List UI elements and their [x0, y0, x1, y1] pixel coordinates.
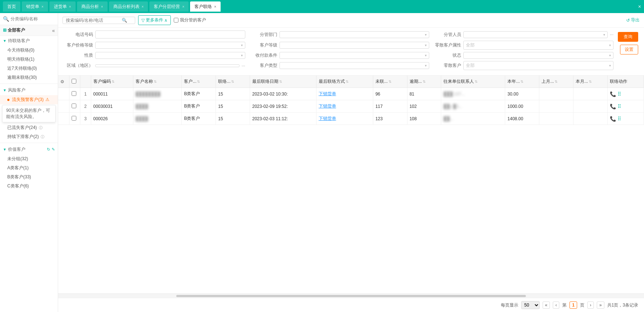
- row1-more-icon[interactable]: ⠿: [617, 91, 621, 97]
- row1-phone-icon[interactable]: 📞: [610, 91, 616, 97]
- select-all-checkbox[interactable]: [72, 79, 76, 84]
- edit-icon[interactable]: ✎: [52, 147, 55, 152]
- tab-product-analysis[interactable]: 商品分析 ×: [77, 1, 108, 12]
- sparse-select[interactable]: 全部▾: [463, 61, 613, 70]
- sort-icon-unit-contact: ⇅: [475, 80, 478, 84]
- sidebar-item-ungrouped[interactable]: 未分组(32): [0, 154, 58, 163]
- horizontal-scrollbar[interactable]: [58, 293, 644, 298]
- tab-customer-link-close[interactable]: ×: [214, 5, 216, 9]
- row1-last-method[interactable]: 下销货单: [316, 88, 373, 100]
- search-button-icon[interactable]: 🔍: [122, 18, 127, 23]
- prev-page-button[interactable]: ‹: [553, 301, 559, 309]
- price-grade-select[interactable]: ▾: [95, 42, 245, 49]
- region-select[interactable]: [95, 64, 240, 67]
- tab-customer-tier-close[interactable]: ×: [182, 5, 184, 9]
- dept-select[interactable]: ▾: [279, 31, 430, 38]
- sidebar-item-overdue[interactable]: 逾期未联络(30): [0, 73, 58, 82]
- col-last-month[interactable]: 上月...⇅: [539, 76, 573, 88]
- col-unit-contact[interactable]: 往来单位联系人⇅: [441, 76, 505, 88]
- col-type[interactable]: 客户...⇅: [182, 76, 216, 88]
- refresh-icon[interactable]: ↻: [47, 147, 50, 152]
- tab-sales-close[interactable]: ×: [41, 5, 44, 9]
- row1-last-method-link[interactable]: 下销货单: [319, 91, 336, 96]
- col-type-label: 客户...: [184, 78, 196, 85]
- settings-button[interactable]: 设置: [620, 45, 638, 54]
- payment-select[interactable]: ▾: [279, 52, 430, 59]
- table-settings-icon[interactable]: ⚙: [60, 79, 64, 84]
- export-button[interactable]: ↺ 导出: [626, 17, 640, 23]
- sidebar-group-value[interactable]: ▼ 价值客户 ↻ ✎: [0, 145, 58, 154]
- row2-last-method-link[interactable]: 下销货单: [319, 104, 336, 109]
- sort-icon-type: ⇅: [197, 80, 200, 84]
- per-page-select[interactable]: 50 20 100: [521, 301, 540, 309]
- query-button[interactable]: 查询: [618, 32, 638, 42]
- col-last-method[interactable]: 最后联络方式⇅: [316, 76, 373, 88]
- adv-filter-row-3: 性质 ▾ 收付款条件 ▾ 状态: [64, 52, 613, 59]
- col-this-year[interactable]: 本年...⇅: [505, 76, 539, 88]
- search-input[interactable]: [66, 18, 120, 23]
- row2-last-method[interactable]: 下销货单: [316, 100, 373, 113]
- tab-purchase[interactable]: 进货单 ×: [49, 1, 76, 12]
- sidebar-all-customers[interactable]: ⊞ 全部客户 «: [0, 25, 58, 36]
- tab-home[interactable]: 首页: [3, 1, 20, 12]
- row2-overdue: 102: [407, 100, 441, 113]
- col-name[interactable]: 客户名称⇅: [133, 76, 182, 88]
- sidebar-item-declining[interactable]: 持续下滑客户(2) ⓘ: [0, 132, 58, 141]
- first-page-button[interactable]: «: [543, 301, 550, 309]
- last-page-button[interactable]: »: [597, 301, 604, 309]
- col-overdue[interactable]: 逾期...⇅: [407, 76, 441, 88]
- sidebar-item-class-a[interactable]: A类客户(1): [0, 163, 58, 173]
- row3-select[interactable]: [72, 116, 76, 121]
- tab-product-list-close[interactable]: ×: [142, 5, 144, 9]
- customer-type-select[interactable]: ▾: [279, 62, 430, 69]
- sidebar-item-class-c[interactable]: C类客户(6): [0, 182, 58, 191]
- tab-customer-tier[interactable]: 客户分层经营 ×: [149, 1, 189, 12]
- row2-select[interactable]: [72, 104, 76, 108]
- tab-purchase-close[interactable]: ×: [69, 5, 71, 9]
- sidebar-group-risk[interactable]: ▼ 风险客户: [0, 85, 58, 95]
- person-select[interactable]: ▾: [463, 31, 608, 38]
- tab-product-analysis-close[interactable]: ×: [101, 5, 103, 9]
- col-this-month[interactable]: 本月...⇅: [573, 76, 607, 88]
- sidebar-item-churned[interactable]: 已流失客户(24) ⓘ: [0, 123, 58, 132]
- col-last-date[interactable]: 最后联络日期⇅: [250, 76, 316, 88]
- col-code[interactable]: 客户编码⇅: [91, 76, 133, 88]
- sort-icon-not-contacted: ⇅: [389, 80, 391, 84]
- row3-phone-icon[interactable]: 📞: [610, 116, 616, 122]
- sidebar-item-today[interactable]: 今天待联络(0): [0, 46, 58, 55]
- sidebar-search-input[interactable]: [11, 16, 58, 21]
- scrollbar-thumb[interactable]: [176, 295, 526, 297]
- sidebar-item-tomorrow[interactable]: 明天待联络(1): [0, 55, 58, 64]
- sparse-attr-select[interactable]: 全部▾: [463, 41, 613, 50]
- phone-input[interactable]: [95, 31, 245, 39]
- sidebar-collapse-button[interactable]: «: [52, 28, 55, 33]
- tab-sales[interactable]: 销货单 ×: [22, 1, 48, 12]
- more-dots-region[interactable]: ···: [242, 63, 245, 68]
- row3-last-method[interactable]: 下销货单: [316, 113, 373, 125]
- filter-icon: ▽: [141, 18, 145, 23]
- status-select[interactable]: ▾: [463, 52, 613, 59]
- customer-grade-select[interactable]: ▾: [279, 42, 430, 49]
- col-contact[interactable]: 联络...⇅: [216, 76, 250, 88]
- tab-home-label: 首页: [7, 4, 16, 10]
- row1-not-contacted: 96: [373, 88, 407, 100]
- next-page-button[interactable]: ›: [587, 301, 594, 309]
- sidebar-item-week[interactable]: 近7天待联络(0): [0, 64, 58, 73]
- row2-phone-icon[interactable]: 📞: [610, 104, 616, 109]
- my-customers-checkbox[interactable]: 我分管的客户: [174, 17, 206, 23]
- sidebar-item-class-b[interactable]: B类客户(33): [0, 173, 58, 182]
- row1-select[interactable]: [72, 91, 76, 96]
- row2-more-icon[interactable]: ⠿: [617, 104, 621, 109]
- tab-product-list[interactable]: 商品分析列表 ×: [109, 1, 148, 12]
- sidebar-item-churn-warning[interactable]: 流失预警客户(3) ⚠: [0, 95, 58, 104]
- nature-select[interactable]: ▾: [95, 52, 245, 59]
- row3-last-method-link[interactable]: 下销货单: [319, 116, 336, 121]
- sidebar-group-pending[interactable]: ▼ 待联络客户: [0, 36, 58, 46]
- row3-more-icon[interactable]: ⠿: [617, 116, 621, 122]
- window-close-button[interactable]: ×: [638, 4, 641, 9]
- more-conditions-button[interactable]: ▽ 更多条件 ∧: [138, 15, 171, 25]
- more-dots-person[interactable]: ···: [610, 32, 613, 37]
- my-customers-check[interactable]: [174, 18, 178, 23]
- col-not-contacted[interactable]: 未联...⇅: [373, 76, 407, 88]
- tab-customer-link[interactable]: 客户联络 ×: [190, 1, 221, 12]
